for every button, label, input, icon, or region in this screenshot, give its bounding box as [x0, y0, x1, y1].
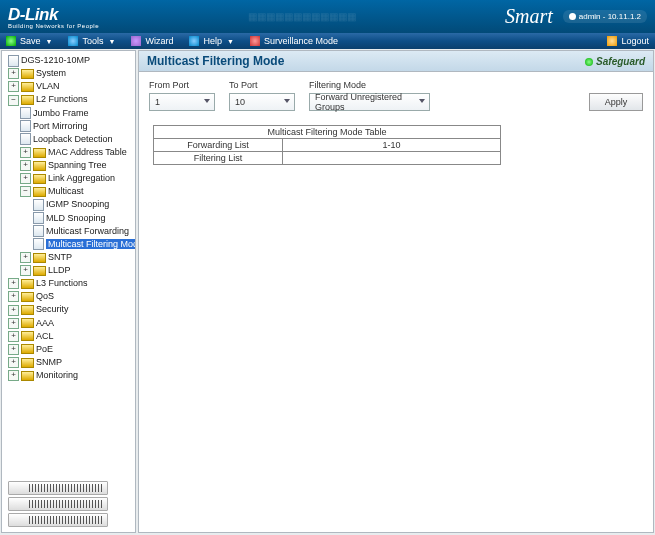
tree-snmp[interactable]: +SNMP: [4, 356, 133, 369]
expand-icon[interactable]: +: [20, 160, 31, 171]
tree-label: Jumbo Frame: [33, 108, 89, 118]
expand-icon[interactable]: +: [8, 370, 19, 381]
tree-label: Spanning Tree: [48, 160, 107, 170]
tree-multicast[interactable]: −Multicast: [16, 185, 133, 198]
expand-icon[interactable]: +: [20, 252, 31, 263]
folder-icon: [21, 69, 34, 79]
logout-icon: [607, 36, 617, 46]
tools-menu[interactable]: Tools▼: [68, 36, 115, 46]
tree-label: MAC Address Table: [48, 147, 127, 157]
folder-icon: [21, 344, 34, 354]
folder-icon: [33, 174, 46, 184]
nav-tree: DGS-1210-10MP +System +VLAN −L2 Function…: [2, 51, 135, 382]
page-icon: [33, 238, 44, 250]
save-label: Save: [20, 36, 41, 46]
tree-multicast-filter-mode[interactable]: Multicast Filtering Mode: [29, 238, 133, 251]
forwarding-label: Forwarding List: [154, 139, 283, 152]
tools-icon: [68, 36, 78, 46]
tree-acl[interactable]: +ACL: [4, 330, 133, 343]
filtering-value: [283, 152, 501, 165]
tree-mac-table[interactable]: +MAC Address Table: [16, 146, 133, 159]
wizard-button[interactable]: Wizard: [131, 36, 173, 46]
folder-icon: [33, 187, 46, 197]
surveillance-button[interactable]: Surveillance Mode: [250, 36, 338, 46]
expand-icon[interactable]: +: [8, 81, 19, 92]
from-port-select[interactable]: 1: [149, 93, 215, 111]
collapse-icon[interactable]: −: [8, 95, 19, 106]
tree-qos[interactable]: +QoS: [4, 290, 133, 303]
expand-icon[interactable]: +: [8, 291, 19, 302]
tree-label: DGS-1210-10MP: [21, 55, 90, 65]
wizard-icon: [131, 36, 141, 46]
expand-icon[interactable]: +: [8, 278, 19, 289]
tree-l3[interactable]: +L3 Functions: [4, 277, 133, 290]
tree-l2[interactable]: −L2 Functions: [4, 93, 133, 106]
mode-select[interactable]: Forward Unregistered Groups: [309, 93, 430, 111]
folder-icon: [21, 358, 34, 368]
from-port-value: 1: [155, 97, 160, 107]
folder-icon: [21, 82, 34, 92]
tree-label: Multicast: [48, 186, 84, 196]
tree-device[interactable]: DGS-1210-10MP: [4, 54, 133, 67]
tree-label: System: [36, 68, 66, 78]
tree-system[interactable]: +System: [4, 67, 133, 80]
folder-icon: [21, 371, 34, 381]
tree-vlan[interactable]: +VLAN: [4, 80, 133, 93]
apply-button[interactable]: Apply: [589, 93, 643, 111]
device-image: [8, 481, 108, 526]
app-header: D-Link Building Networks for People ▦▦▦▦…: [0, 0, 655, 33]
tree-security[interactable]: +Security: [4, 303, 133, 316]
expand-icon[interactable]: +: [8, 305, 19, 316]
tree-port-mirror[interactable]: Port Mirroring: [16, 120, 133, 133]
tree-label: L2 Functions: [36, 95, 88, 105]
folder-icon: [21, 292, 34, 302]
tree-sntp[interactable]: +SNTP: [16, 251, 133, 264]
expand-icon[interactable]: +: [20, 265, 31, 276]
tree-label: MLD Snooping: [46, 213, 106, 223]
expand-icon[interactable]: +: [8, 344, 19, 355]
tree-monitoring[interactable]: +Monitoring: [4, 369, 133, 382]
tree-label: Security: [36, 305, 69, 315]
tree-link-agg[interactable]: +Link Aggregation: [16, 172, 133, 185]
page-icon: [20, 107, 31, 119]
to-port-label: To Port: [229, 80, 295, 90]
content-panel: Multicast Filtering Mode Safeguard From …: [138, 50, 654, 533]
help-menu[interactable]: Help▼: [189, 36, 233, 46]
logout-button[interactable]: Logout: [607, 36, 649, 46]
tree-label: Port Mirroring: [33, 121, 88, 131]
content-header: Multicast Filtering Mode Safeguard: [139, 51, 653, 72]
folder-icon: [33, 266, 46, 276]
expand-icon[interactable]: +: [20, 147, 31, 158]
tree-label: QoS: [36, 291, 54, 301]
to-port-select[interactable]: 10: [229, 93, 295, 111]
tree-mld[interactable]: MLD Snooping: [29, 212, 133, 225]
folder-icon: [21, 95, 34, 105]
safeguard-indicator: Safeguard: [585, 56, 645, 67]
tree-lldp[interactable]: +LLDP: [16, 264, 133, 277]
expand-icon[interactable]: +: [8, 318, 19, 329]
expand-icon[interactable]: +: [8, 357, 19, 368]
page-icon: [20, 133, 31, 145]
tree-loopback[interactable]: Loopback Detection: [16, 133, 133, 146]
tree-jumbo[interactable]: Jumbo Frame: [16, 107, 133, 120]
tree-spanning[interactable]: +Spanning Tree: [16, 159, 133, 172]
collapse-icon[interactable]: −: [20, 186, 31, 197]
safeguard-icon: [585, 58, 593, 66]
folder-icon: [21, 305, 34, 315]
tree-multicast-fwd[interactable]: Multicast Forwarding: [29, 225, 133, 238]
admin-text: admin - 10.11.1.2: [579, 12, 641, 21]
expand-icon[interactable]: +: [8, 331, 19, 342]
expand-icon[interactable]: +: [20, 173, 31, 184]
folder-icon: [33, 148, 46, 158]
tree-label: PoE: [36, 344, 53, 354]
tree-poe[interactable]: +PoE: [4, 343, 133, 356]
expand-icon[interactable]: +: [8, 68, 19, 79]
surveillance-label: Surveillance Mode: [264, 36, 338, 46]
save-menu[interactable]: Save▼: [6, 36, 52, 46]
tree-label: L3 Functions: [36, 278, 88, 288]
brand-logo: D-Link Building Networks for People: [8, 5, 99, 29]
tree-igmp[interactable]: IGMP Snooping: [29, 198, 133, 211]
filtering-mode-table: Multicast Filtering Mode Table Forwardin…: [153, 125, 501, 165]
folder-icon: [33, 253, 46, 263]
tree-aaa[interactable]: +AAA: [4, 317, 133, 330]
